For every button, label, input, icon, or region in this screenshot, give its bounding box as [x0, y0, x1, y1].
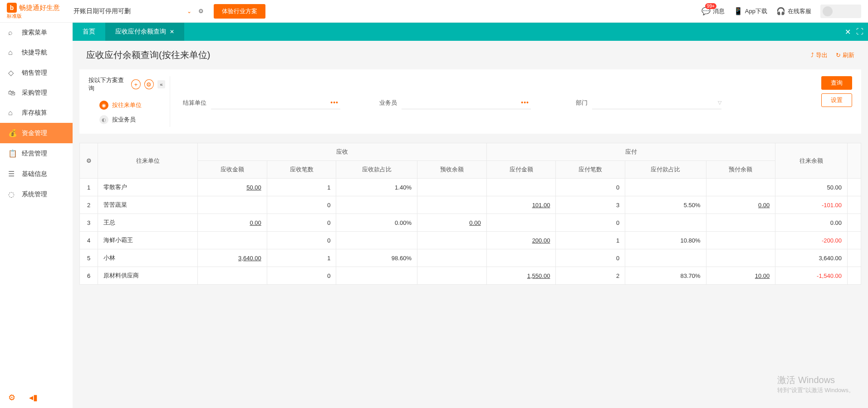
sidebar-collapse-icon[interactable]: ◂▮: [29, 393, 38, 403]
row-blank: [848, 179, 861, 196]
fullscreen-icon[interactable]: ⛶: [856, 28, 863, 36]
tab-balance-query[interactable]: 应收应付余额查询 ✕: [105, 23, 184, 41]
row-pay-amt[interactable]: 1,550.00: [486, 267, 556, 285]
row-pay-pct: 5.50%: [625, 196, 706, 214]
row-blank: [848, 267, 861, 285]
sidebar-item-label: 基础信息: [22, 170, 47, 178]
scheme-by-salesman[interactable]: ◐ 按业务员: [98, 112, 165, 127]
industry-solution-button[interactable]: 体验行业方案: [214, 4, 265, 19]
row-index: 1: [80, 179, 98, 196]
close-icon[interactable]: ✕: [170, 29, 174, 35]
row-recv-pct: [336, 267, 417, 285]
row-recv-cnt: 0: [267, 232, 336, 249]
settings-icon[interactable]: ⚙: [194, 4, 208, 19]
row-recv-amt[interactable]: 50.00: [198, 179, 267, 196]
sidebar-item-0[interactable]: ⌕搜索菜单: [0, 23, 73, 43]
row-prepaid-out[interactable]: 10.00: [706, 267, 775, 285]
row-prepaid-in[interactable]: 0.00: [417, 214, 486, 232]
sidebar-icon: 🛍: [8, 89, 16, 97]
row-pay-cnt: 1: [556, 232, 625, 249]
settlement-unit-input[interactable]: [211, 99, 329, 106]
filter-settings-button[interactable]: 设置: [821, 93, 852, 107]
sidebar-item-6[interactable]: 📋经营管理: [0, 143, 73, 164]
sidebar-item-label: 经营管理: [22, 150, 47, 158]
th-unit: 往来单位: [98, 143, 198, 179]
row-pay-pct: 83.70%: [625, 267, 706, 285]
th-payable: 应付: [486, 143, 775, 161]
sidebar-item-1[interactable]: ⌂快捷导航: [0, 43, 73, 63]
row-recv-cnt: 0: [267, 267, 336, 285]
app-download-button[interactable]: 📱 App下载: [734, 7, 767, 15]
scheme-by-salesman-label: 按业务员: [112, 116, 136, 124]
row-pay-amt: [486, 179, 556, 196]
row-recv-amt[interactable]: 3,640.00: [198, 249, 267, 267]
customer-service-button[interactable]: 🎧 在线客服: [776, 7, 811, 15]
tab-home[interactable]: 首页: [73, 23, 105, 41]
row-recv-cnt: 1: [267, 179, 336, 196]
logo-icon: b: [7, 3, 17, 13]
th-pay-amt: 应付金额: [486, 161, 556, 179]
row-pay-amt: [486, 249, 556, 267]
row-index: 3: [80, 214, 98, 232]
row-prepaid-out[interactable]: 0.00: [706, 196, 775, 214]
th-prepaid-out: 预付余额: [706, 161, 775, 179]
table-row[interactable]: 5小林3,640.00198.60%03,640.00: [80, 249, 861, 267]
sidebar-settings-icon[interactable]: ⚙: [8, 393, 15, 403]
collapse-scheme-icon[interactable]: «: [157, 80, 165, 88]
sidebar-bottom: ⚙ ◂▮: [0, 387, 73, 408]
department-input[interactable]: [592, 99, 718, 106]
row-pay-pct: [625, 179, 706, 196]
account-selector[interactable]: 开账日期可停用可删 ⌄: [74, 7, 191, 15]
sidebar: ⌕搜索菜单⌂快捷导航◇销售管理🛍采购管理⌂库存核算💰资金管理📋经营管理☰基础信息…: [0, 23, 73, 408]
sidebar-item-7[interactable]: ☰基础信息: [0, 164, 73, 184]
row-index: 6: [80, 267, 98, 285]
th-recv-cnt: 应收笔数: [267, 161, 336, 179]
filter-department-label: 部门: [558, 99, 588, 107]
sidebar-item-4[interactable]: ⌂库存核算: [0, 103, 73, 123]
row-recv-pct: [336, 232, 417, 249]
refresh-button[interactable]: ↻ 刷新: [836, 51, 854, 59]
row-balance: 3,640.00: [775, 249, 848, 267]
row-prepaid-in: [417, 196, 486, 214]
more-icon[interactable]: •••: [519, 99, 531, 106]
row-recv-amt[interactable]: 0.00: [198, 214, 267, 232]
export-button[interactable]: ⤴ 导出: [811, 51, 828, 59]
row-pay-pct: [625, 249, 706, 267]
salesman-input[interactable]: [402, 99, 519, 106]
table-row[interactable]: 3王总0.0000.00%0.0000.00: [80, 214, 861, 232]
table-row[interactable]: 6原材料供应商01,550.00283.70%10.00-1,540.00: [80, 267, 861, 285]
row-pay-cnt: 0: [556, 249, 625, 267]
row-recv-amt: [198, 232, 267, 249]
sidebar-icon: ⌕: [8, 29, 16, 37]
sidebar-item-3[interactable]: 🛍采购管理: [0, 83, 73, 103]
messages-button[interactable]: 💬 99+ 消息: [701, 7, 725, 15]
more-icon[interactable]: •••: [329, 99, 340, 106]
sidebar-icon: ☰: [8, 170, 16, 178]
row-prepaid-in: [417, 249, 486, 267]
add-scheme-icon[interactable]: +: [131, 79, 141, 89]
chevron-down-icon[interactable]: ▽: [718, 100, 721, 106]
sidebar-item-label: 搜索菜单: [22, 29, 47, 37]
row-pay-amt[interactable]: 101.00: [486, 196, 556, 214]
sidebar-item-8[interactable]: ◌系统管理: [0, 184, 73, 204]
sidebar-item-5[interactable]: 💰资金管理: [0, 123, 73, 143]
search-button[interactable]: 查询: [821, 76, 852, 90]
scheme-by-unit[interactable]: ◉ 按往来单位: [98, 98, 165, 112]
table-row[interactable]: 1零散客户50.0011.40%050.00: [80, 179, 861, 196]
row-name: 海鲜小霸王: [98, 232, 198, 249]
row-balance: 0.00: [775, 214, 848, 232]
row-prepaid-out: [706, 232, 775, 249]
scheme-settings-icon[interactable]: ⚙: [144, 79, 154, 89]
page-title: 应收应付余额查询(按往来单位): [86, 49, 210, 61]
row-pay-amt: [486, 214, 556, 232]
user-avatar[interactable]: [820, 5, 861, 18]
filter-salesman: 业务员 •••: [368, 78, 531, 127]
logo: b 畅捷通好生意 标准版: [7, 3, 60, 19]
table-row[interactable]: 4海鲜小霸王0200.00110.80%-200.00: [80, 232, 861, 249]
close-all-icon[interactable]: ✕: [845, 28, 851, 36]
row-pay-amt[interactable]: 200.00: [486, 232, 556, 249]
table-settings-header[interactable]: ⚙: [80, 143, 98, 179]
row-recv-pct: 0.00%: [336, 214, 417, 232]
sidebar-item-2[interactable]: ◇销售管理: [0, 63, 73, 83]
table-row[interactable]: 2苦苦蔬菜0101.0035.50%0.00-101.00: [80, 196, 861, 214]
